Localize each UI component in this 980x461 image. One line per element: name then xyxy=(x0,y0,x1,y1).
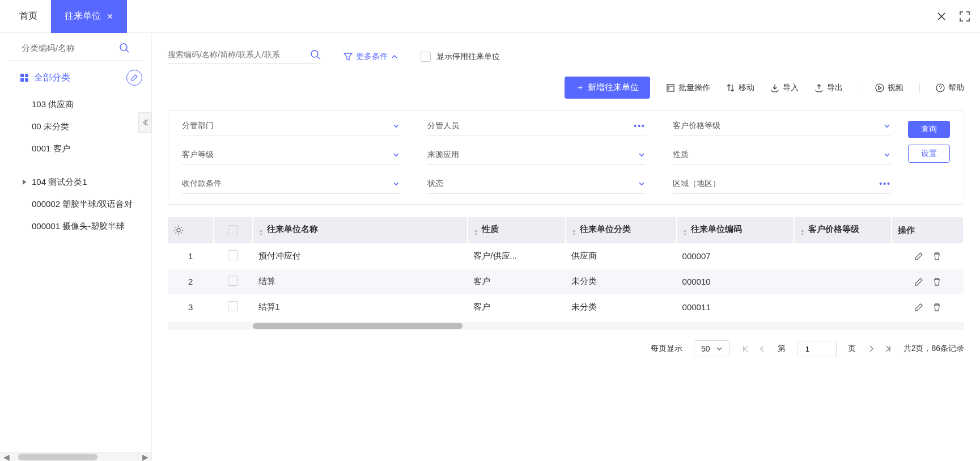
filter-source-app[interactable]: 来源应用 xyxy=(427,150,646,165)
delete-row-button[interactable] xyxy=(932,277,941,286)
export-button[interactable]: 导出 xyxy=(814,83,843,93)
more-conditions-toggle[interactable]: 更多条件 xyxy=(343,52,398,62)
fullscreen-icon[interactable] xyxy=(960,11,970,22)
row-index: 2 xyxy=(168,269,214,294)
tab-contacts[interactable]: 往来单位 ✕ xyxy=(51,0,127,33)
collapse-sidebar-button[interactable] xyxy=(138,112,152,133)
import-button[interactable]: 导入 xyxy=(770,83,799,93)
sidebar-search xyxy=(9,42,142,61)
cell-code: 000011 xyxy=(677,294,794,320)
divider xyxy=(859,83,859,93)
svg-point-1 xyxy=(311,50,318,57)
tree-item[interactable]: 0001 客户 xyxy=(5,138,151,160)
show-disabled-toggle[interactable]: 显示停用往来单位 xyxy=(421,52,500,62)
filter-label: 性质 xyxy=(673,150,735,160)
last-page-button[interactable] xyxy=(884,345,892,353)
pager: 每页显示 50 第 页 共2页，86条记录 xyxy=(168,330,964,367)
row-checkbox[interactable] xyxy=(228,301,238,311)
table-row[interactable]: 2结算客户未分类000010 xyxy=(168,269,964,294)
tab-contacts-label: 往来单位 xyxy=(65,10,101,22)
sort-icon: ▲▼ xyxy=(474,229,478,236)
expand-icon[interactable] xyxy=(23,179,26,185)
per-page-select[interactable]: 50 xyxy=(694,340,730,357)
col-code[interactable]: ▲▼往来单位编码 xyxy=(677,217,794,243)
header-label: 往来单位分类 xyxy=(580,224,631,234)
col-checkbox xyxy=(214,217,253,243)
delete-row-button[interactable] xyxy=(932,252,941,261)
table-hscroll[interactable] xyxy=(168,322,964,330)
col-ops: 操作 xyxy=(892,217,964,243)
search-input[interactable] xyxy=(168,50,309,59)
cell-price-level xyxy=(794,269,892,294)
category-search-input[interactable] xyxy=(22,43,118,53)
cell-price-level xyxy=(794,294,892,320)
col-settings[interactable] xyxy=(168,217,214,243)
header-label: 性质 xyxy=(482,224,499,234)
pager-summary: 共2页，86条记录 xyxy=(903,344,964,354)
add-contact-button[interactable]: ＋ 新增往来单位 xyxy=(565,77,650,99)
all-categories-label: 全部分类 xyxy=(34,72,70,84)
tree-item[interactable]: 103 供应商 xyxy=(5,94,151,116)
tab-home[interactable]: 首页 xyxy=(6,0,51,33)
sidebar: 全部分类 103 供应商 00 未分类 0001 客户 104 测试分类1 00… xyxy=(0,33,152,461)
batch-button[interactable]: 批量操作 xyxy=(666,83,710,93)
tree-item[interactable]: 000002 塑胶半球/双语音对 xyxy=(5,193,151,215)
tree-item[interactable] xyxy=(5,160,151,171)
filter-nature[interactable]: 性质 xyxy=(673,150,891,165)
grid-icon xyxy=(20,74,28,82)
page-suffix: 页 xyxy=(848,344,856,354)
filter-label: 分管人员 xyxy=(427,121,490,131)
video-button[interactable]: 视频 xyxy=(875,83,903,93)
edit-row-button[interactable] xyxy=(914,303,923,312)
select-all-checkbox[interactable] xyxy=(228,225,238,235)
filter-status[interactable]: 状态 xyxy=(427,179,646,194)
scroll-left-icon[interactable]: ◀ xyxy=(3,454,9,460)
filter-department[interactable]: 分管部门 xyxy=(182,121,400,136)
next-page-button[interactable] xyxy=(867,345,875,353)
settings-button[interactable]: 设置 xyxy=(908,145,950,163)
help-button[interactable]: ?帮助 xyxy=(936,83,964,93)
tree-item[interactable]: 00 未分类 xyxy=(5,116,151,138)
delete-row-button[interactable] xyxy=(932,303,941,312)
search-icon[interactable] xyxy=(309,49,321,60)
scroll-right-icon[interactable]: ▶ xyxy=(142,454,148,460)
checkbox[interactable] xyxy=(421,52,431,62)
table-row[interactable]: 3结算1客户未分类000011 xyxy=(168,294,964,320)
first-page-button[interactable] xyxy=(741,345,749,353)
filter-region[interactable]: 区域（地区）••• xyxy=(673,179,891,194)
page-input[interactable] xyxy=(797,341,837,357)
filter-customer-level[interactable]: 客户等级 xyxy=(182,150,400,165)
cell-code: 000007 xyxy=(677,243,794,269)
col-category[interactable]: ▲▼往来单位分类 xyxy=(566,217,677,243)
filter-person[interactable]: 分管人员••• xyxy=(427,121,646,136)
edit-row-button[interactable] xyxy=(914,252,923,261)
tree-item[interactable]: 000001 摄像头-塑胶半球 xyxy=(5,215,151,238)
col-price-level[interactable]: ▲▼客户价格等级 xyxy=(794,217,892,243)
row-checkbox[interactable] xyxy=(228,276,238,286)
search-icon[interactable] xyxy=(118,42,130,53)
scroll-thumb[interactable] xyxy=(253,323,463,329)
sidebar-hscroll[interactable]: ◀ ▶ xyxy=(0,452,151,461)
add-contact-label: 新增往来单位 xyxy=(588,82,639,93)
cell-category: 供应商 xyxy=(566,243,677,269)
row-checkbox[interactable] xyxy=(228,250,238,260)
cell-nature: 客户 xyxy=(468,294,566,320)
edit-row-button[interactable] xyxy=(914,277,923,286)
cell-name: 结算1 xyxy=(253,294,468,320)
window-close-icon[interactable] xyxy=(936,11,947,22)
filter-price-level[interactable]: 客户价格等级 xyxy=(673,121,891,136)
table-row[interactable]: 1预付冲应付客户/供应...供应商000007 xyxy=(168,243,964,269)
move-button[interactable]: 移动 xyxy=(726,83,754,93)
filter-label: 区域（地区） xyxy=(673,179,735,189)
scroll-thumb[interactable] xyxy=(18,454,97,460)
filter-payment-terms[interactable]: 收付款条件 xyxy=(182,179,400,194)
col-name[interactable]: ▲▼往来单位名称 xyxy=(253,217,468,243)
edit-categories-button[interactable] xyxy=(126,70,142,86)
close-icon[interactable]: ✕ xyxy=(107,12,113,21)
tree-item[interactable]: 104 测试分类1 xyxy=(5,171,151,193)
svg-point-6 xyxy=(177,229,180,232)
prev-page-button[interactable] xyxy=(758,345,766,353)
query-button[interactable]: 查询 xyxy=(908,121,950,138)
col-nature[interactable]: ▲▼性质 xyxy=(468,217,566,243)
all-categories[interactable]: 全部分类 xyxy=(0,70,151,94)
